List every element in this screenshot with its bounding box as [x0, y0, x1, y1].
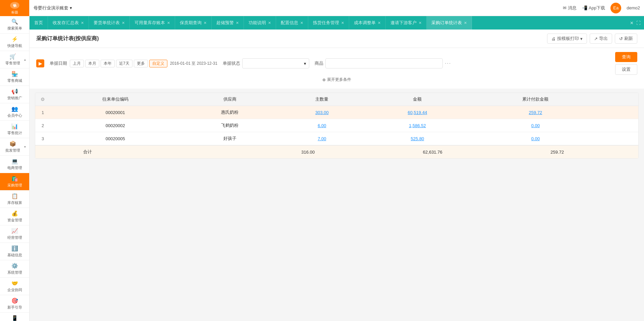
sidebar-item-label: 零售统计: [7, 130, 22, 135]
close-icon[interactable]: ✕: [167, 21, 170, 25]
tab-purchase-order-stats[interactable]: 采购订单统计表 ✕: [427, 16, 472, 30]
close-icon[interactable]: ✕: [81, 21, 84, 25]
goods-more-button[interactable]: ···: [445, 60, 451, 66]
tab-label: 拣货任务管理: [313, 20, 339, 26]
sidebar-item-system[interactable]: ⚙️ 系统管理: [0, 260, 29, 278]
sidebar-item-app-center[interactable]: 📱 应用中心: [0, 313, 29, 321]
app-download-button[interactable]: 📲 App下载: [582, 5, 605, 11]
sidebar-item-marketing[interactable]: 📢 营销推广: [0, 86, 29, 103]
table-header-row: ⚙ 往来单位编码 供应商 主数量 金额 累计付款金额: [35, 93, 638, 106]
tab-label: 可用量库存账本: [135, 20, 165, 26]
finance-icon: 💰: [11, 210, 18, 217]
th-quantity: 主数量: [279, 93, 364, 106]
sidebar-item-quick-nav[interactable]: ⚡ 快捷导航: [0, 34, 29, 51]
tab-close-all-icon[interactable]: ✕: [630, 20, 634, 25]
sidebar-item-retail-manage[interactable]: 🛒 零售管理 ▲: [0, 51, 29, 68]
tab-available-stock[interactable]: 可用量库存账本 ✕: [130, 16, 175, 30]
mall-icon: 🏪: [11, 71, 18, 77]
close-icon[interactable]: ✕: [268, 21, 271, 25]
export-button[interactable]: ↗ 导出: [590, 34, 612, 44]
cell-amount: 525.80: [364, 132, 471, 145]
expand-more-button[interactable]: ⊕ 展开更多条件: [36, 75, 637, 85]
tab-cost-adjust[interactable]: 成本调整单 ✕: [349, 16, 386, 30]
cell-supplier: 惠氏奶粉: [180, 106, 280, 119]
tab-invite-downstream[interactable]: 邀请下游客户 ✕: [386, 16, 427, 30]
message-button[interactable]: ✉ 消息: [563, 5, 577, 11]
sidebar-item-member[interactable]: 👥 会员中心: [0, 103, 29, 121]
page-header: 采购订单统计表(按供应商) 🖨 按模板打印 ▾ ↗ 导出 ↺ 刷新: [30, 30, 644, 48]
topbar: 母婴行业演示账套 ▾ ✉ 消息 📲 App下载 Ea demo2: [30, 0, 644, 16]
sidebar-item-label: 企业协同: [7, 287, 22, 292]
close-icon[interactable]: ✕: [300, 21, 303, 25]
sidebar-item-wholesale[interactable]: 📦 批发管理 ▼: [0, 138, 29, 156]
sidebar-item-retail-mall[interactable]: 🏪 零售商城: [0, 68, 29, 86]
sidebar-item-finance[interactable]: 💰 资金管理: [0, 208, 29, 225]
date-shortcut-this-year[interactable]: 本年: [101, 60, 115, 67]
sidebar-item-enterprise[interactable]: 🤝 企业协同: [0, 278, 29, 295]
cell-amount: 60,519.44: [364, 106, 471, 119]
date-shortcut-7days[interactable]: 近7天: [116, 60, 132, 67]
close-icon[interactable]: ✕: [204, 21, 207, 25]
th-supplier: 供应商: [180, 93, 280, 106]
tab-label: 成本调整单: [354, 20, 376, 26]
table-row: 3 00020005 好孩子 7.00 525.80 0.00: [35, 132, 638, 145]
sidebar-item-stock[interactable]: 📋 库存核算: [0, 191, 29, 208]
status-select[interactable]: ▾: [242, 58, 309, 68]
tab-home[interactable]: 首页: [30, 16, 48, 30]
sidebar-item-ops[interactable]: 📈 经营管理: [0, 225, 29, 243]
close-icon[interactable]: ✕: [236, 21, 239, 25]
date-shortcut-more[interactable]: 更多: [134, 60, 148, 67]
sidebar-item-label: 基础信息: [7, 253, 22, 257]
cell-quantity: 6.00: [279, 119, 364, 132]
sidebar-item-purchase[interactable]: 🛍️ 采购管理: [0, 173, 29, 191]
chevron-down-icon: ⊕: [322, 77, 326, 82]
filter-toggle-button[interactable]: ▶: [36, 59, 44, 67]
avatar[interactable]: Ea: [610, 3, 621, 13]
cell-quantity: 303.00: [279, 106, 364, 119]
close-icon[interactable]: ✕: [419, 21, 422, 25]
tab-func-desc[interactable]: 功能说明 ✕: [244, 16, 276, 30]
tab-config[interactable]: 配置信息 ✕: [276, 16, 308, 30]
sidebar-item-label: 会员中心: [7, 113, 22, 118]
refresh-icon: ↺: [619, 36, 623, 41]
tab-expand-icon[interactable]: ⛶: [636, 20, 641, 25]
table-settings-icon[interactable]: ⚙: [41, 97, 45, 102]
date-filter-label: 单据日期: [50, 60, 67, 66]
stats-icon: 📊: [11, 123, 18, 129]
tab-goods-stats[interactable]: 要货单统计表 ✕: [89, 16, 130, 30]
sidebar-item-newbie[interactable]: 🎯 新手引导: [0, 295, 29, 313]
print-button[interactable]: 🖨 按模板打印 ▾: [547, 34, 587, 44]
close-icon[interactable]: ✕: [464, 21, 467, 25]
tab-freshness[interactable]: 保质期查询 ✕: [175, 16, 212, 30]
settings-button[interactable]: 设置: [615, 64, 637, 75]
close-icon[interactable]: ✕: [378, 21, 381, 25]
cell-supplier: 飞鹤奶粉: [180, 119, 280, 132]
goods-input[interactable]: [325, 58, 443, 68]
close-icon[interactable]: ✕: [341, 21, 344, 25]
cell-code: 00020001: [50, 106, 180, 119]
sidebar-item-ecom[interactable]: 💻 电商管理: [0, 156, 29, 173]
nav-icon: ⚡: [11, 36, 18, 42]
sidebar-item-retail-stats[interactable]: 📊 零售统计: [0, 121, 29, 138]
refresh-label: 刷新: [624, 36, 633, 42]
enterprise-icon: 🤝: [11, 280, 18, 286]
date-shortcut-this-month[interactable]: 本月: [85, 60, 99, 67]
tab-pick-task[interactable]: 拣货任务管理 ✕: [308, 16, 349, 30]
cell-amount: 1,586.52: [364, 119, 471, 132]
newbie-icon: 🎯: [11, 298, 18, 304]
chevron-down-icon: ▲: [23, 58, 26, 61]
sidebar-item-search[interactable]: 🔍 搜索英单: [0, 16, 29, 34]
tabbar: 首页 收发存汇总表 ✕ 要货单统计表 ✕ 可用量库存账本 ✕ 保质期查询 ✕ 超…: [30, 16, 644, 30]
username: demo2: [627, 5, 640, 10]
account-dropdown[interactable]: 母婴行业演示账套 ▾: [34, 5, 72, 11]
date-shortcut-custom[interactable]: 自定义: [149, 60, 167, 67]
search-button[interactable]: 查询: [615, 52, 637, 62]
tab-overstock[interactable]: 超储预警 ✕: [212, 16, 244, 30]
tab-receive-summary[interactable]: 收发存汇总表 ✕: [48, 16, 89, 30]
refresh-button[interactable]: ↺ 刷新: [615, 34, 637, 44]
sidebar-item-basic[interactable]: ℹ️ 基础信息: [0, 243, 29, 260]
username-initials: Ea: [613, 5, 619, 10]
close-icon[interactable]: ✕: [122, 21, 125, 25]
sidebar-item-label: 系统管理: [7, 270, 22, 275]
date-shortcut-last-month[interactable]: 上月: [70, 60, 84, 67]
